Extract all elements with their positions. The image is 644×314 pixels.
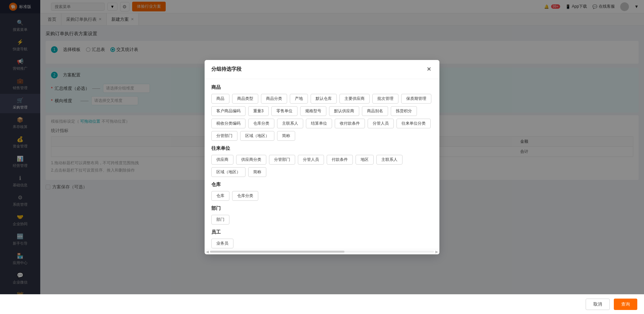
modal-title: 分组待选字段 [211, 66, 241, 72]
field-tag-0-1[interactable]: 商品类型 [232, 94, 258, 104]
field-tag-1-2[interactable]: 分管部门 [269, 155, 295, 165]
cancel-button[interactable]: 取消 [586, 299, 610, 310]
field-tag-0-11[interactable]: 规格型号 [300, 106, 326, 116]
field-tags-3: 部门 [211, 215, 433, 225]
field-tag-1-0[interactable]: 供应商 [211, 155, 233, 165]
field-tag-0-16[interactable]: 仓库分类 [248, 119, 274, 128]
modal-header: 分组待选字段 ✕ [205, 60, 439, 79]
hscroll-left-arrow[interactable]: ◀ [206, 250, 209, 254]
field-tag-1-1[interactable]: 供应商分类 [236, 155, 266, 165]
field-tag-0-3[interactable]: 产地 [290, 94, 308, 104]
field-tag-1-4[interactable]: 付款条件 [327, 155, 353, 165]
field-tag-0-10[interactable]: 零售单位 [271, 106, 298, 116]
field-tag-1-3[interactable]: 分管人员 [298, 155, 324, 165]
field-tag-1-6[interactable]: 主联系人 [376, 155, 402, 165]
field-tags-1: 供应商供应商分类分管部门分管人员付款条件地区主联系人区域（地区）简称 [211, 155, 433, 177]
modal: 分组待选字段 ✕ 商品商品商品类型商品分类产地默认仓库主要供应商批次管理保质期管… [205, 60, 439, 254]
field-tag-0-14[interactable]: 拣货积分 [391, 106, 417, 116]
field-tags-0: 商品商品类型商品分类产地默认仓库主要供应商批次管理保质期管理客户商品编码重量3零… [211, 94, 433, 141]
field-tag-0-2[interactable]: 商品分类 [261, 94, 287, 104]
field-tag-0-18[interactable]: 结算单位 [306, 119, 332, 128]
section-title-3: 部门 [211, 205, 433, 211]
confirm-button[interactable]: 查询 [614, 299, 637, 310]
field-tag-2-1[interactable]: 仓库分类 [232, 191, 258, 201]
modal-footer: 取消 查询 [0, 294, 644, 314]
modal-close-button[interactable]: ✕ [425, 65, 433, 73]
modal-body: 商品商品商品类型商品分类产地默认仓库主要供应商批次管理保质期管理客户商品编码重量… [205, 79, 439, 249]
field-tags-2: 仓库仓库分类 [211, 191, 433, 201]
section-title-2: 仓库 [211, 182, 433, 188]
field-tag-0-21[interactable]: 往来单位分类 [396, 119, 431, 128]
field-tag-0-23[interactable]: 区域（地区） [240, 131, 274, 141]
field-tag-2-0[interactable]: 仓库 [211, 191, 229, 201]
field-tag-0-8[interactable]: 客户商品编码 [211, 106, 246, 116]
field-tag-0-24[interactable]: 简称 [277, 131, 295, 141]
field-tag-0-4[interactable]: 默认仓库 [311, 94, 337, 104]
field-tag-0-19[interactable]: 收付款条件 [335, 119, 365, 128]
hscroll-track [210, 251, 434, 253]
hscroll-right-arrow[interactable]: ▶ [435, 250, 438, 254]
field-tag-0-15[interactable]: 税收分类编码 [211, 119, 246, 128]
field-tag-1-8[interactable]: 简称 [248, 167, 266, 177]
section-title-4: 员工 [211, 229, 433, 235]
field-tag-0-9[interactable]: 重量3 [248, 106, 269, 116]
modal-hscroll: ◀ ▶ [205, 249, 439, 254]
field-tag-0-22[interactable]: 分管部门 [211, 131, 237, 141]
section-title-0: 商品 [211, 84, 433, 90]
field-tag-0-12[interactable]: 默认供应商 [329, 106, 359, 116]
field-tag-0-6[interactable]: 批次管理 [372, 94, 398, 104]
field-tag-0-17[interactable]: 主联系人 [277, 119, 303, 128]
field-tag-0-5[interactable]: 主要供应商 [339, 94, 370, 104]
hscroll-thumb [210, 251, 344, 253]
field-tag-1-7[interactable]: 区域（地区） [211, 167, 246, 177]
field-tag-0-7[interactable]: 保质期管理 [401, 94, 431, 104]
field-tag-0-13[interactable]: 商品别名 [362, 106, 388, 116]
field-tags-4: 业务员 [211, 239, 433, 248]
field-tag-0-0[interactable]: 商品 [211, 94, 229, 104]
field-tag-0-20[interactable]: 分管人员 [368, 119, 394, 128]
field-tag-3-0[interactable]: 部门 [211, 215, 229, 225]
section-title-1: 往来单位 [211, 145, 433, 151]
field-tag-4-0[interactable]: 业务员 [211, 239, 233, 248]
field-tag-1-5[interactable]: 地区 [356, 155, 374, 165]
modal-overlay[interactable]: 分组待选字段 ✕ 商品商品商品类型商品分类产地默认仓库主要供应商批次管理保质期管… [0, 0, 644, 314]
